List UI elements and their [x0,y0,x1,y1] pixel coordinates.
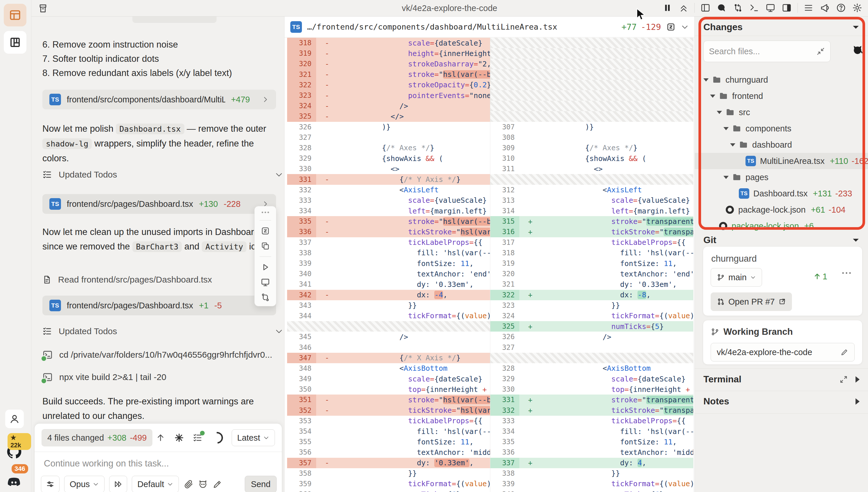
caret-down-icon[interactable] [730,143,735,147]
message-input[interactable]: Continue working on this task... [44,458,169,469]
diff-line-new[interactable]: 336textAnchor: 'midd [490,447,694,458]
expand-icon[interactable] [839,375,848,384]
diff-line-new[interactable]: 324tickFormat={(value) [490,311,694,321]
pen-icon[interactable] [212,479,222,489]
diff-line-old[interactable]: 319-height={innerHeight} [287,48,490,58]
diff-line-old[interactable]: 329{showAxis && ( [287,153,490,164]
discord-icon[interactable] [6,474,22,491]
diff-line-new[interactable]: 338}} [490,468,694,479]
diff-line-new[interactable]: 332+tickStroke="transpar [490,405,694,416]
diff-line-new[interactable]: 329scale={dateScale} [490,374,694,384]
copy-icon[interactable] [261,241,270,251]
caret-down-icon[interactable] [703,78,709,81]
help-icon[interactable] [836,2,846,13]
open-pr-button[interactable]: Open PR #7 [711,292,792,311]
diff-line-new[interactable]: 335fontSize: 11, [490,437,694,447]
diff-line-old[interactable]: 352-tickStroke="hsl(var( [287,405,490,416]
more-options-icon[interactable] [841,271,852,275]
diff-line-old[interactable]: 337tickLabelProps={{ [287,237,490,248]
diff-line-old[interactable]: 321-stroke="hsl(var(--bo [287,69,490,80]
diff-line-old[interactable]: 358}} [287,468,490,479]
diff-line-new[interactable]: 317tickLabelProps={{ [490,237,694,248]
tree-folder-row[interactable]: components [695,120,868,137]
expand-right-icon[interactable] [855,398,860,405]
diff-line-new[interactable]: 321dy: '0.33em', [490,279,694,290]
diff-line-new[interactable] [490,353,694,363]
diff-line-old[interactable]: 325-</> [287,111,490,122]
diff-line-old[interactable]: 326)} [287,122,490,132]
diff-line-new[interactable]: 310{showAxis && ( [490,153,694,164]
diff-line-old[interactable]: 349scale={dateScale} [287,374,490,384]
diff-line-old[interactable] [287,321,490,331]
notes-section-header[interactable]: Notes [703,396,860,407]
run-icon[interactable] [261,263,270,272]
diff-line-old[interactable]: 324-/> [287,101,490,111]
diff-line-new[interactable]: 330top={innerHeight + r [490,384,694,395]
composer-settings-button[interactable] [41,476,60,492]
terminal-command-row[interactable]: cd /private/var/folders/10/h7w0q46556ggr… [42,349,283,360]
diff-line-new[interactable]: 319fontSize: 11, [490,258,694,269]
files-changed-chip[interactable]: 4 files changed +308 -499 [42,429,153,446]
collapse-up-icon[interactable] [678,2,689,13]
menu-icon[interactable] [803,2,814,13]
diff-line-old[interactable]: 350top={innerHeight + r [287,384,490,395]
chevron-down-icon[interactable] [681,23,689,31]
updated-todos-row[interactable]: Updated Todos [42,170,283,179]
diff-line-old[interactable]: 360numTicks={6} [287,489,490,492]
latest-dropdown[interactable]: Latest [232,429,275,446]
mode-dropdown[interactable]: Default [132,476,179,492]
diff-line-old[interactable]: 331-{/* Y Axis */} [287,174,490,184]
tree-folder-row[interactable]: dashboard [695,137,868,153]
diff-line-new[interactable]: 307)} [490,122,694,132]
pause-icon[interactable] [662,2,673,13]
diff-line-new[interactable]: 331+stroke="transparent" [490,395,694,405]
model-dropdown[interactable]: Opus [64,476,104,492]
diff-line-new[interactable] [490,111,694,122]
diff-line-new[interactable]: 334fill: 'hsl(var(--m [490,426,694,437]
sidebar-item-layout[interactable] [4,4,26,26]
tree-folder-row[interactable]: pages [695,169,868,186]
diff-view-icon[interactable] [261,226,270,236]
diff-line-new[interactable]: 323}} [490,300,694,311]
collapse-tree-icon[interactable] [816,47,825,56]
diff-line-old[interactable]: 320-strokeDasharray="2,4" [287,58,490,69]
megaphone-icon[interactable] [819,2,830,13]
chat-bubble-icon[interactable] [716,2,727,13]
diff-line-old[interactable]: 348<AxisBottom [287,363,490,374]
monitor-icon[interactable] [765,2,776,13]
diff-line-new[interactable]: 313scale={valueScale} [490,195,694,206]
cat-icon[interactable] [851,44,864,56]
diff-line-old[interactable]: 333scale={valueScale} [287,195,490,206]
diff-line-new[interactable] [490,80,694,90]
tree-folder-row[interactable]: frontend [695,88,868,104]
burst-icon[interactable] [174,433,184,443]
more-options-icon[interactable] [260,210,270,214]
diff-line-old[interactable]: 336-tickStroke="hsl(var( [287,226,490,237]
git-compare-icon[interactable] [732,2,744,13]
fast-forward-button[interactable] [109,476,127,492]
file-change-chip[interactable]: TS frontend/src/pages/Dashboard.tsx +1 -… [42,296,276,315]
cat-icon[interactable] [198,479,208,489]
diff-line-new[interactable] [490,69,694,80]
diff-line-old[interactable]: 332<AxisLeft [287,185,490,195]
diff-line-new[interactable]: 326/> [490,331,694,342]
diff-line-old[interactable]: 359tickFormat={(value) [287,479,490,489]
updated-todos-row[interactable]: Updated Todos [42,326,283,336]
diff-line-old[interactable]: 342-dx: -4, [287,290,490,300]
diff-line-old[interactable]: 338fill: 'hsl(var(--m [287,248,490,258]
settings-icon[interactable] [852,2,863,13]
tree-folder-row[interactable]: churnguard [695,72,868,88]
diff-line-new[interactable] [490,38,694,48]
terminal-icon[interactable] [749,2,760,13]
caret-down-icon[interactable] [717,111,722,114]
panel-left-icon[interactable] [700,2,711,13]
todos-status-icon[interactable] [193,433,203,443]
diff-line-new[interactable]: 315+stroke="transparent" [490,216,694,226]
tree-file-row[interactable]: TSDashboard.tsx+131-233 [695,186,868,202]
monitor-icon[interactable] [261,278,270,287]
diff-line-new[interactable]: 318fill: 'hsl(var(--m [490,248,694,258]
diff-line-new[interactable]: 327 [490,342,694,352]
diff-line-old[interactable]: 339fontSize: 11, [287,258,490,269]
scroll-up-icon[interactable] [156,433,165,443]
diff-line-new[interactable]: 311<> [490,164,694,174]
